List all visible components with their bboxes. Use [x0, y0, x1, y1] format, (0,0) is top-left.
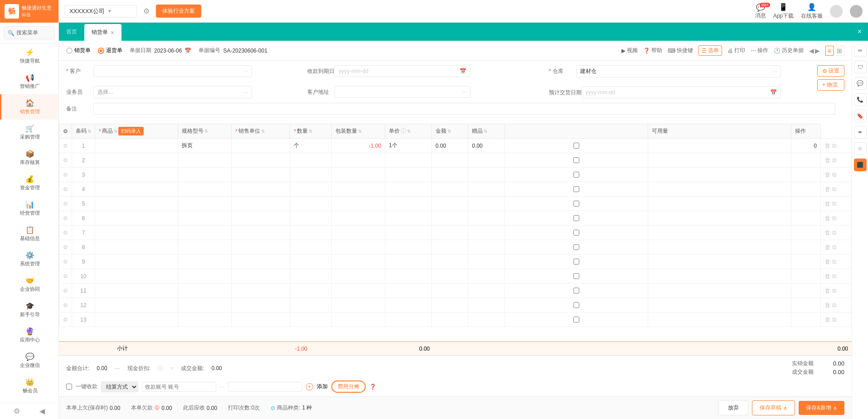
row-barcode-1[interactable] — [95, 139, 178, 153]
row-gift-12[interactable] — [505, 298, 648, 313]
row-delete-icon-2[interactable]: 🗑 — [824, 157, 830, 164]
row-delete-icon-1[interactable]: 🗑 — [824, 142, 830, 149]
row-amount-8[interactable] — [468, 240, 505, 255]
rs-pencil-btn[interactable]: ✒ — [854, 126, 867, 139]
sidebar-item-marketing[interactable]: 📢 营销推广 — [0, 69, 58, 94]
row-barcode-9[interactable] — [95, 255, 178, 269]
account-input[interactable] — [142, 382, 216, 392]
amount-sort-icon[interactable]: ⇅ — [447, 129, 451, 134]
row-price-4[interactable] — [432, 182, 468, 197]
row-copy-icon-11[interactable]: ⧉ — [832, 287, 836, 294]
row-copy-icon-2[interactable]: ⧉ — [832, 157, 836, 164]
gift-checkbox-11[interactable] — [573, 288, 579, 294]
row-notes-2[interactable] — [648, 153, 791, 168]
row-qty-11[interactable] — [331, 284, 385, 298]
row-unit-11[interactable] — [290, 284, 331, 298]
row-amount-2[interactable] — [468, 153, 505, 168]
row-spec-10[interactable] — [232, 269, 290, 284]
row-price-11[interactable] — [432, 284, 468, 298]
add-payment-btn[interactable]: + — [306, 383, 313, 390]
radio-sales[interactable]: 销货单 — [66, 47, 91, 54]
gift-checkbox-4[interactable] — [573, 186, 579, 192]
row-pkg-qty-10[interactable] — [385, 269, 432, 284]
row-notes-3[interactable] — [648, 168, 791, 182]
video-btn[interactable]: ▶ 视频 — [621, 47, 638, 54]
sidebar-collapse-btn[interactable]: ◀ — [39, 407, 45, 415]
row-copy-icon-4[interactable]: ⧉ — [832, 186, 836, 193]
expense-split-btn[interactable]: 费用分摊 — [331, 380, 366, 393]
row-unit-7[interactable] — [290, 226, 331, 240]
row-gift-13[interactable] — [505, 313, 648, 327]
one-click-checkbox[interactable] — [66, 384, 72, 390]
row-spec-8[interactable] — [232, 240, 290, 255]
row-barcode-5[interactable] — [95, 197, 178, 211]
row-product-6[interactable] — [178, 211, 232, 226]
row-price-2[interactable] — [432, 153, 468, 168]
row-notes-6[interactable] — [648, 211, 791, 226]
row-price-13[interactable] — [432, 313, 468, 327]
row-price-5[interactable] — [432, 197, 468, 211]
row-qty-3[interactable] — [331, 168, 385, 182]
expected-date-calendar-icon[interactable]: 📅 — [770, 89, 777, 96]
row-notes-12[interactable] — [648, 298, 791, 313]
row-pkg-qty-3[interactable] — [385, 168, 432, 182]
row-copy-icon-9[interactable]: ⧉ — [832, 258, 836, 265]
row-pkg-qty-1[interactable]: 1个 — [385, 139, 432, 153]
row-qty-12[interactable] — [331, 298, 385, 313]
row-copy-icon-8[interactable]: ⧉ — [832, 244, 836, 251]
row-unit-4[interactable] — [290, 182, 331, 197]
row-amount-6[interactable] — [468, 211, 505, 226]
customer-input[interactable]: ··· — [93, 65, 252, 77]
row-amount-9[interactable] — [468, 255, 505, 269]
row-notes-8[interactable] — [648, 240, 791, 255]
row-price-8[interactable] — [432, 240, 468, 255]
rs-orange-btn[interactable]: ⬛ — [854, 159, 867, 171]
row-barcode-12[interactable] — [95, 298, 178, 313]
sidebar-item-sales[interactable]: 🏠 销售管理 — [0, 94, 58, 120]
row-spec-7[interactable] — [232, 226, 290, 240]
sidebar-item-quick-nav[interactable]: ⚡ 快捷导航 — [0, 43, 58, 69]
rs-bookmark-btn[interactable]: 🔖 — [854, 110, 867, 122]
row-barcode-7[interactable] — [95, 226, 178, 240]
address-input[interactable]: ··· — [335, 86, 470, 98]
row-qty-4[interactable] — [331, 182, 385, 197]
sidebar-item-finance[interactable]: 💰 资金管理 — [0, 170, 58, 196]
price-sort-icon[interactable]: ⇅ — [407, 129, 411, 134]
row-copy-icon-1[interactable]: ⧉ — [832, 142, 836, 149]
overdue-note[interactable]: ⓪ — [155, 405, 160, 411]
row-qty-6[interactable] — [331, 211, 385, 226]
row-price-6[interactable] — [432, 211, 468, 226]
row-delete-icon-13[interactable]: 🗑 — [824, 316, 830, 323]
row-pkg-qty-6[interactable] — [385, 211, 432, 226]
row-unit-8[interactable] — [290, 240, 331, 255]
row-product-10[interactable] — [178, 269, 232, 284]
row-pkg-qty-8[interactable] — [385, 240, 432, 255]
row-notes-4[interactable] — [648, 182, 791, 197]
row-notes-9[interactable] — [648, 255, 791, 269]
row-product-1[interactable]: 拆页 — [178, 139, 232, 153]
view-grid-btn[interactable]: ⊞ — [834, 46, 844, 56]
gift-checkbox-2[interactable] — [573, 157, 579, 163]
row-gift-9[interactable] — [505, 255, 648, 269]
rs-shield-btn[interactable]: 🛡 — [854, 61, 867, 73]
row-unit-10[interactable] — [290, 269, 331, 284]
row-copy-icon-6[interactable]: ⧉ — [832, 215, 836, 222]
row-price-10[interactable] — [432, 269, 468, 284]
row-product-4[interactable] — [178, 182, 232, 197]
logistics-button[interactable]: + 物流 — [817, 79, 844, 91]
row-barcode-6[interactable] — [95, 211, 178, 226]
help-btn[interactable]: ❓ 帮助 — [643, 47, 662, 54]
row-pkg-qty-4[interactable] — [385, 182, 432, 197]
online-service-btn[interactable]: 👤 在线客服 — [801, 3, 823, 20]
next-arrow[interactable]: ▶ — [815, 47, 820, 54]
row-qty-5[interactable] — [331, 197, 385, 211]
view-list-btn[interactable]: ≡ — [825, 46, 834, 56]
row-delete-icon-10[interactable]: 🗑 — [824, 273, 830, 280]
row-amount-4[interactable] — [468, 182, 505, 197]
row-copy-icon-12[interactable]: ⧉ — [832, 302, 836, 309]
row-barcode-4[interactable] — [95, 182, 178, 197]
gift-checkbox-7[interactable] — [573, 230, 579, 236]
row-barcode-2[interactable] — [95, 153, 178, 168]
row-product-11[interactable] — [178, 284, 232, 298]
sidebar-item-guide[interactable]: 🎓 新手引导 — [0, 297, 58, 323]
